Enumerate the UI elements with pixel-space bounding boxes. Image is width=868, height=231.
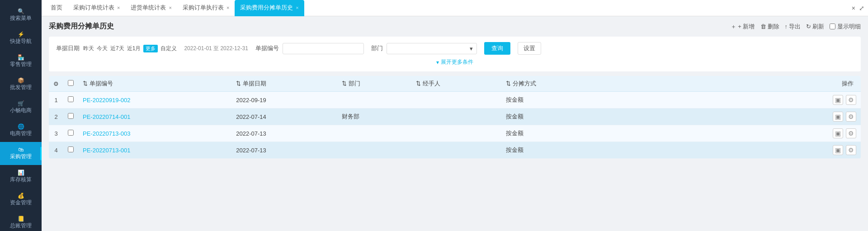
more-action-icon[interactable]: ⚙ xyxy=(846,145,856,155)
ledger-icon: 📒 xyxy=(2,216,40,222)
tab-bar: 首页 采购订单统计表 × 进货单统计表 × 采购订单执行表 × 采购费用分摊单历… xyxy=(42,0,868,16)
row-actions: ▣ ⚙ xyxy=(773,142,861,159)
action-icons: ▣ ⚙ xyxy=(777,145,856,155)
date-col-label: ⇅ 单据日期 xyxy=(236,80,266,87)
date-shortcut-custom[interactable]: 自定义 xyxy=(160,45,177,52)
tab-purchase-order-stats[interactable]: 采购订单统计表 × xyxy=(68,0,125,16)
action-col-label: 操作 xyxy=(842,80,854,87)
order-no-link[interactable]: PE-20220713-001 xyxy=(83,147,131,154)
more-action-icon[interactable]: ⚙ xyxy=(846,128,856,138)
tab-close-all-icon[interactable]: × xyxy=(852,5,855,12)
shortcut-icon: ⚡ xyxy=(2,31,40,38)
tab-purchase-order-stats-close[interactable]: × xyxy=(117,5,120,10)
setting-button[interactable]: 设置 xyxy=(518,42,541,55)
th-order-no: ⇅ 单据编号 xyxy=(78,76,231,92)
sidebar-item-wholesale[interactable]: 📦 批发管理 xyxy=(0,73,42,96)
select-all-checkbox[interactable] xyxy=(68,80,74,86)
row-checkbox[interactable] xyxy=(68,113,74,119)
row-handler xyxy=(411,92,501,108)
order-no-link[interactable]: PE-20220714-001 xyxy=(83,113,131,120)
th-checkbox xyxy=(63,76,78,92)
order-no-filter-group: 单据编号 xyxy=(255,43,364,54)
sidebar-item-finance[interactable]: 💰 资金管理 xyxy=(0,188,42,211)
row-handler xyxy=(411,142,501,159)
sidebar-item-ecommerce-small[interactable]: 🛒 小畅电商 xyxy=(0,96,42,119)
tab-purchase-cost-history[interactable]: 采购费用分摊单历史 × xyxy=(235,0,304,16)
sidebar-item-label: 快捷导航 xyxy=(2,38,40,45)
order-no-input[interactable] xyxy=(283,43,364,54)
tab-expand-icon[interactable]: ⤢ xyxy=(859,5,864,12)
add-button[interactable]: ＋ + 新增 xyxy=(731,23,755,31)
row-checkbox[interactable] xyxy=(68,96,74,102)
retail-icon: 🏪 xyxy=(2,54,40,61)
th-date: ⇅ 单据日期 xyxy=(231,76,337,92)
order-no-link[interactable]: PE-20220919-002 xyxy=(83,97,131,104)
view-action-icon[interactable]: ▣ xyxy=(833,145,843,155)
date-filter-group: 单据日期 昨天 今天 近7天 近1月 更多 自定义 xyxy=(56,44,177,52)
th-gear: ⚙ xyxy=(49,76,63,92)
sidebar-item-label: 总账管理 xyxy=(2,222,40,230)
delete-icon: 🗑 xyxy=(760,23,766,30)
tab-purchase-goods-stats[interactable]: 进货单统计表 × xyxy=(125,0,177,16)
chevron-down-icon: ▾ xyxy=(436,59,439,66)
tab-home-label: 首页 xyxy=(51,4,62,12)
th-action: 操作 xyxy=(773,76,861,92)
refresh-button[interactable]: ↻ 刷新 xyxy=(806,23,824,31)
row-checkbox[interactable] xyxy=(68,130,74,136)
tab-purchase-order-exec-close[interactable]: × xyxy=(226,5,229,10)
show-detail-input[interactable] xyxy=(830,24,835,29)
date-shortcut-more[interactable]: 更多 xyxy=(143,45,158,52)
sidebar-item-ecommerce[interactable]: 🌐 电商管理 xyxy=(0,119,42,142)
row-checkbox[interactable] xyxy=(68,146,74,152)
order-no-link[interactable]: PE-20220713-003 xyxy=(83,130,131,137)
delete-button[interactable]: 🗑 删除 xyxy=(760,23,779,31)
sidebar-item-label: 电商管理 xyxy=(2,130,40,137)
purchase-icon: 🛍 xyxy=(2,146,40,153)
date-filter-label: 单据日期 xyxy=(56,44,80,52)
sidebar-item-ledger[interactable]: 📒 总账管理 xyxy=(0,211,42,231)
row-date: 2022-09-19 xyxy=(231,92,337,108)
tab-purchase-cost-history-close[interactable]: × xyxy=(296,5,298,10)
tab-home[interactable]: 首页 xyxy=(45,0,68,16)
export-label: 导出 xyxy=(789,23,801,31)
row-split-method: 按金额 xyxy=(501,92,773,108)
expand-more-button[interactable]: ▾ 展开更多条件 xyxy=(56,58,854,66)
row-split-method: 按金额 xyxy=(501,125,773,142)
query-button[interactable]: 查询 xyxy=(484,42,510,55)
date-shortcut-yesterday[interactable]: 昨天 xyxy=(83,45,94,52)
sidebar-item-label: 库存核算 xyxy=(2,176,40,184)
sidebar-item-inventory[interactable]: 📊 库存核算 xyxy=(0,165,42,188)
sidebar-item-retail[interactable]: 🏪 零售管理 xyxy=(0,50,42,73)
tab-purchase-goods-stats-close[interactable]: × xyxy=(169,5,171,10)
row-split-method: 按金额 xyxy=(501,108,773,125)
show-detail-checkbox[interactable]: 显示明细 xyxy=(830,23,861,31)
sidebar-item-purchase[interactable]: 🛍 采购管理 xyxy=(0,142,42,165)
table-row: 3 PE-20220713-003 2022-07-13 按金额 ▣ ⚙ xyxy=(49,125,861,142)
order-no-col-label: ⇅ 单据编号 xyxy=(83,80,113,87)
row-num: 3 xyxy=(49,125,63,142)
sidebar-item-label: 搜索菜单 xyxy=(2,14,40,22)
handler-col-label: ⇅ 经手人 xyxy=(416,80,440,87)
sidebar-item-shortcut[interactable]: ⚡ 快捷导航 xyxy=(0,27,42,50)
gear-icon[interactable]: ⚙ xyxy=(53,80,59,87)
view-action-icon[interactable]: ▣ xyxy=(833,95,843,105)
dept-filter-group: 部门 ▾ xyxy=(371,43,477,54)
sidebar-item-search[interactable]: 🔍 搜索菜单 xyxy=(0,4,42,27)
date-shortcut-7days[interactable]: 近7天 xyxy=(110,45,124,52)
dept-select[interactable]: ▾ xyxy=(387,43,477,54)
th-split-method: ⇅ 分摊方式 xyxy=(501,76,773,92)
th-dept: ⇅ 部门 xyxy=(337,76,411,92)
expand-more-label: 展开更多条件 xyxy=(441,58,473,66)
date-shortcut-1month[interactable]: 近1月 xyxy=(127,45,141,52)
view-action-icon[interactable]: ▣ xyxy=(833,128,843,138)
add-label: + 新增 xyxy=(738,23,755,31)
more-action-icon[interactable]: ⚙ xyxy=(846,95,856,105)
row-dept xyxy=(337,142,411,159)
more-action-icon[interactable]: ⚙ xyxy=(846,112,856,122)
tab-purchase-order-exec[interactable]: 采购订单执行表 × xyxy=(177,0,235,16)
table-row: 4 PE-20220713-001 2022-07-13 按金额 ▣ ⚙ xyxy=(49,142,861,159)
export-button[interactable]: ↑ 导出 xyxy=(785,23,801,31)
row-order-no: PE-20220713-001 xyxy=(78,142,231,159)
date-shortcut-today[interactable]: 今天 xyxy=(97,45,108,52)
view-action-icon[interactable]: ▣ xyxy=(833,112,843,122)
